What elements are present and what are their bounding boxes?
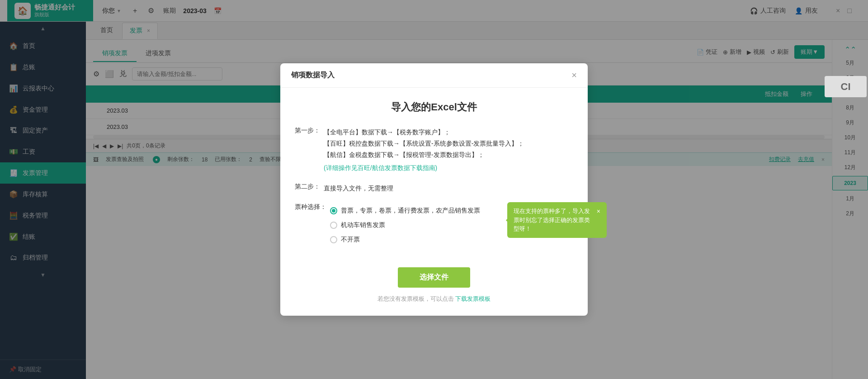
radio-text-2: 机动车销售发票	[341, 221, 385, 229]
modal-main-title: 导入您的Excel文件	[295, 100, 573, 114]
step2-block: 第二步： 直接导入文件，无需整理	[295, 183, 573, 194]
radio-label-1[interactable]: 普票，专票，卷票，通行费发票，农产品销售发票	[330, 207, 480, 215]
step1-line3: 【航信】金税盘数据下载→【报税管理-发票数据导出】；	[324, 149, 524, 161]
radio-circle-3	[330, 236, 337, 243]
tooltip-bubble: × 现在支持的票种多了，导入发票时别忘了选择正确的发票类型呀！	[507, 202, 607, 238]
step2-content: 直接导入文件，无需整理	[324, 183, 393, 194]
radio-item-1: 普票，专票，卷票，通行费发票，农产品销售发票 × 现在支持的票种多了，导入发票时…	[330, 207, 480, 215]
radio-circle-2	[330, 222, 337, 229]
ticket-label: 票种选择：	[295, 203, 326, 244]
modal-body: 导入您的Excel文件 第一步： 【全电平台】数据下载→【税务数字账户】； 【百…	[280, 88, 588, 264]
import-modal: 销项数据导入 × 导入您的Excel文件 第一步： 【全电平台】数据下载→【税务…	[280, 63, 588, 316]
guide-link[interactable]: (详细操作见百旺/航信发票数据下载指南)	[324, 164, 437, 171]
ticket-block: 票种选择： 普票，专票，卷票，通行费发票，农产品销售发票 × 现在支持的票种多了…	[295, 203, 573, 244]
modal-footer: 选择文件 若您没有发票模板，可以点击 下载发票模板	[280, 264, 588, 316]
radio-text-3: 不开票	[341, 236, 360, 244]
download-template-link[interactable]: 下载发票模板	[455, 295, 491, 302]
ci-badge: CI	[825, 76, 867, 97]
radio-circle-1	[330, 207, 337, 214]
radio-group: 普票，专票，卷票，通行费发票，农产品销售发票 × 现在支持的票种多了，导入发票时…	[330, 207, 480, 244]
step1-block: 第一步： 【全电平台】数据下载→【税务数字账户】； 【百旺】税控盘数据下载→【系…	[295, 127, 573, 174]
modal-close-btn[interactable]: ×	[571, 71, 577, 80]
radio-item-3[interactable]: 不开票	[330, 236, 480, 244]
tooltip-close-btn[interactable]: ×	[597, 207, 600, 216]
step1-line2: 【百旺】税控盘数据下载→【系统设置-系统参数设置-发票批量导入】；	[324, 138, 524, 149]
modal-overlay: 销项数据导入 × 导入您的Excel文件 第一步： 【全电平台】数据下载→【税务…	[0, 0, 868, 379]
step2-label: 第二步：	[295, 183, 320, 194]
select-file-button[interactable]: 选择文件	[398, 267, 470, 288]
step1-label: 第一步：	[295, 127, 320, 174]
step1-content: 【全电平台】数据下载→【税务数字账户】； 【百旺】税控盘数据下载→【系统设置-系…	[324, 127, 524, 174]
radio-text-1: 普票，专票，卷票，通行费发票，农产品销售发票	[341, 207, 480, 215]
modal-header: 销项数据导入 ×	[280, 63, 588, 88]
download-hint: 若您没有发票模板，可以点击 下载发票模板	[295, 295, 573, 303]
radio-item-2[interactable]: 机动车销售发票	[330, 221, 480, 229]
step1-line1: 【全电平台】数据下载→【税务数字账户】；	[324, 127, 524, 138]
tooltip-text: 现在支持的票种多了，导入发票时别忘了选择正确的发票类型呀！	[514, 208, 590, 232]
modal-title: 销项数据导入	[291, 71, 335, 80]
